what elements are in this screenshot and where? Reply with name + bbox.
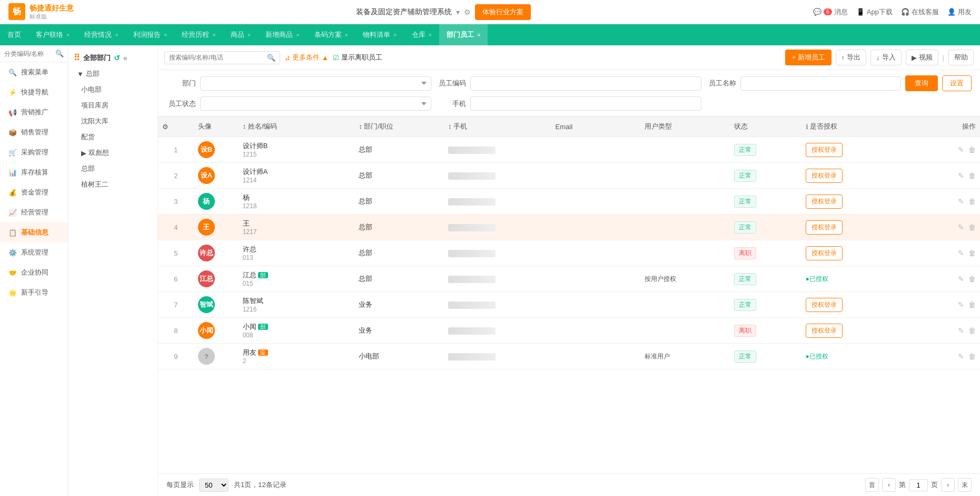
sidebar-item-guide[interactable]: 🌟 新手引导 (0, 283, 68, 303)
close-icon[interactable]: × (345, 32, 348, 38)
sidebar-item-purchase[interactable]: 🛒 采购管理 (0, 142, 68, 162)
th-settings[interactable]: ⚙ (158, 116, 194, 137)
dept-item-planting[interactable]: 植树王二 (68, 177, 157, 192)
phone-filter-input[interactable] (470, 96, 701, 111)
nav-tab-profit[interactable]: 利润报告 × (126, 24, 174, 45)
dept-item-distribution[interactable]: 配货 (68, 129, 157, 145)
online-service-btn[interactable]: 🎧 在线客服 (901, 7, 939, 17)
delete-icon[interactable]: 🗑 (968, 145, 976, 154)
sidebar-item-marketing[interactable]: 📢 营销推广 (0, 102, 68, 122)
sidebar-item-basic[interactable]: 📋 基础信息 (0, 222, 68, 242)
first-page-button[interactable]: 首 (865, 478, 879, 492)
edit-icon[interactable]: ✎ (958, 249, 964, 257)
info-icon[interactable]: ℹ (806, 123, 808, 131)
close-icon[interactable]: × (393, 32, 397, 38)
nav-tab-bom[interactable]: 物料清单 × (355, 24, 404, 45)
edit-icon[interactable]: ✎ (958, 171, 964, 180)
page-input[interactable] (909, 479, 928, 491)
sidebar-item-sales[interactable]: 📦 销售管理 (0, 122, 68, 142)
nav-tab-customer[interactable]: 客户联络 × (28, 24, 77, 45)
import-button[interactable]: ↓ 导入 (870, 50, 902, 65)
close-icon[interactable]: × (248, 32, 251, 38)
authorize-button[interactable]: 授权登录 (806, 298, 843, 312)
view-button[interactable]: ▶ 视频 (906, 50, 938, 65)
sidebar-item-finance[interactable]: 💰 资金管理 (0, 182, 68, 202)
close-icon[interactable]: × (477, 32, 480, 38)
help-button[interactable]: 帮助 (948, 50, 974, 65)
dept-item-project[interactable]: 项目库房 (68, 98, 157, 113)
edit-icon[interactable]: ✎ (958, 300, 964, 309)
dept-item-shuangbiao[interactable]: ▶ 双彪想 (68, 145, 157, 161)
dropdown-arrow-icon[interactable]: ▾ (456, 8, 460, 16)
edit-icon[interactable]: ✎ (958, 352, 964, 361)
next-page-button[interactable]: › (941, 478, 955, 492)
close-icon[interactable]: × (115, 32, 118, 38)
nav-tab-barcode[interactable]: 条码方案 × (307, 24, 355, 45)
nav-tab-warehouse[interactable]: 仓库 × (404, 24, 439, 45)
dept-item-shenyang[interactable]: 沈阳大库 (68, 113, 157, 129)
delete-icon[interactable]: 🗑 (968, 300, 976, 309)
sidebar-item-search[interactable]: 🔍 搜索菜单 (0, 62, 68, 82)
nav-tab-new-goods[interactable]: 新增商品 × (258, 24, 306, 45)
close-icon[interactable]: × (66, 32, 70, 38)
close-icon[interactable]: × (429, 32, 432, 38)
dept-item-headquarters[interactable]: ▼ 总部 (68, 66, 157, 82)
trial-button[interactable]: 体验行业方案 (475, 4, 531, 20)
nav-tab-home[interactable]: 首页 (0, 24, 28, 45)
dept-item-small-electric[interactable]: 小电部 (68, 82, 157, 98)
th-name[interactable]: ↕ 姓名/编码 (239, 116, 355, 137)
close-icon[interactable]: × (212, 32, 215, 38)
delete-icon[interactable]: 🗑 (968, 197, 976, 206)
refresh-icon[interactable]: ↺ (114, 54, 120, 62)
dept-filter-select[interactable] (200, 76, 431, 91)
message-icon-area[interactable]: 💬 6 消息 (813, 7, 848, 17)
nav-tab-operation[interactable]: 经营情况 × (77, 24, 125, 45)
empcode-filter-input[interactable] (470, 76, 701, 91)
authorize-button[interactable]: 授权登录 (806, 246, 843, 260)
sidebar-item-system[interactable]: ⚙️ 系统管理 (0, 242, 68, 262)
export-button[interactable]: ↑ 导出 (836, 50, 867, 65)
sidebar-item-inventory[interactable]: 📊 库存核算 (0, 162, 68, 182)
delete-icon[interactable]: 🗑 (968, 326, 976, 335)
nav-tab-goods[interactable]: 商品 × (223, 24, 258, 45)
authorize-button[interactable]: 授权登录 (806, 143, 843, 157)
per-page-select[interactable]: 50 100 (199, 479, 229, 492)
dept-item-head[interactable]: 总部 (68, 161, 157, 177)
edit-icon[interactable]: ✎ (958, 197, 964, 206)
status-filter-select[interactable] (200, 96, 431, 111)
set-button[interactable]: 设置 (942, 75, 972, 91)
gear-btn[interactable]: ⚙ (464, 8, 471, 16)
last-page-button[interactable]: 末 (958, 478, 972, 492)
edit-icon[interactable]: ✎ (958, 145, 964, 154)
close-icon[interactable]: × (164, 32, 167, 38)
empname-filter-input[interactable] (740, 76, 901, 91)
add-employee-button[interactable]: + 新增员工 (785, 50, 831, 65)
edit-icon[interactable]: ✎ (958, 223, 964, 231)
search-input[interactable] (169, 54, 264, 61)
authorize-button[interactable]: 授权登录 (806, 169, 843, 183)
more-filter-btn[interactable]: ⊿ 更多条件 ▲ (284, 53, 329, 62)
delete-icon[interactable]: 🗑 (968, 275, 976, 283)
authorize-button[interactable]: 授权登录 (806, 194, 843, 209)
sidebar-item-management[interactable]: 📈 经营管理 (0, 202, 68, 222)
edit-icon[interactable]: ✎ (958, 326, 964, 335)
edit-icon[interactable]: ✎ (958, 275, 964, 283)
nav-tab-history[interactable]: 经营历程 × (174, 24, 223, 45)
sidebar-item-nav[interactable]: ⚡ 快捷导航 (0, 82, 68, 102)
show-resigned-toggle[interactable]: ☑ 显示离职员工 (333, 53, 382, 62)
app-download-btn[interactable]: 📱 App下载 (856, 7, 893, 17)
authorize-button[interactable]: 授权登录 (806, 220, 843, 235)
delete-icon[interactable]: 🗑 (968, 171, 976, 180)
prev-page-button[interactable]: ‹ (882, 478, 896, 492)
delete-icon[interactable]: 🗑 (968, 352, 976, 361)
th-dept[interactable]: ↕ 部门/职位 (354, 116, 444, 137)
sidebar-item-collab[interactable]: 🤝 企业协同 (0, 262, 68, 283)
close-icon[interactable]: × (296, 32, 299, 38)
user-menu[interactable]: 👤 用友 (947, 7, 972, 17)
delete-icon[interactable]: 🗑 (968, 249, 976, 257)
collapse-icon[interactable]: « (123, 54, 127, 62)
nav-tab-department[interactable]: 部门员工 × (439, 24, 488, 45)
search-button[interactable]: 查询 (905, 75, 938, 91)
th-phone[interactable]: ↕ 手机 (444, 116, 551, 137)
sidebar-search-input[interactable] (4, 50, 52, 57)
